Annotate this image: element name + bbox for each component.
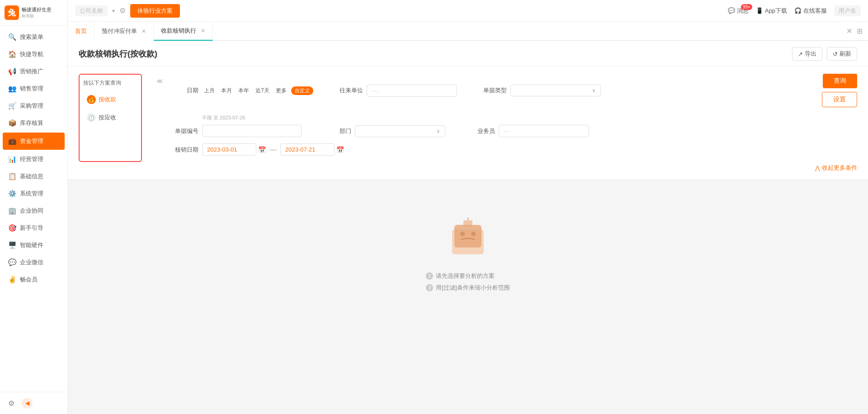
search-icon: 🔍 [8, 33, 16, 41]
bill-type-arrow: ∨ [592, 87, 596, 94]
empty-illustration [445, 216, 491, 261]
date-range-sep: — [269, 146, 277, 154]
staff-select[interactable]: ··· [499, 125, 589, 137]
counterpart-select[interactable]: ··· [367, 85, 457, 97]
date-shortcut-lastmonth[interactable]: 上月 [202, 86, 217, 95]
tab-prepay-close[interactable]: ✕ [142, 28, 146, 34]
sidebar-item-purchase[interactable]: 🛒 采购管理 [0, 97, 67, 114]
date-hint: 不限 至 2023-07-26 [202, 114, 245, 121]
date-shortcut-thismonth[interactable]: 本月 [219, 86, 234, 95]
tip-num-1: 1 [426, 272, 433, 280]
staff-field: 业务员 ··· [463, 125, 857, 137]
sidebar-item-inventory[interactable]: 📦 库存核算 [0, 114, 67, 132]
verify-date-end-input: 📅 [280, 143, 344, 156]
sidebar-gear-button[interactable]: ⚙ [8, 399, 14, 408]
tab-receipt[interactable]: 收款核销执行 ✕ [154, 22, 213, 41]
purchase-icon: 🛒 [8, 102, 16, 110]
staff-dots: ··· [504, 128, 511, 134]
sidebar-item-search[interactable]: 🔍 搜索菜单 [0, 29, 67, 46]
tip-num-2: 2 [426, 284, 433, 291]
query-button[interactable]: 查询 [823, 74, 857, 88]
topbar-dropdown-icon[interactable]: ▾ [112, 8, 115, 14]
sidebar-item-basic[interactable]: 📋 基础信息 [0, 168, 67, 185]
tab-prepay[interactable]: 预付冲应付单 ✕ [94, 22, 154, 41]
sidebar-item-quicknav[interactable]: 🏠 快捷导航 [0, 46, 67, 63]
tab-home[interactable]: 首页 [68, 22, 94, 41]
sidebar-item-hardware[interactable]: 🖥️ 智能硬件 [0, 237, 67, 254]
calendar-end-icon[interactable]: 📅 [336, 146, 344, 153]
bill-type-select[interactable]: ∨ [510, 85, 601, 96]
filter-row-3: 核销日期 📅 — 📅 [167, 143, 857, 156]
online-service-button[interactable]: 🎧 在线客服 [794, 7, 827, 15]
collapse-more-row: ⋀ 收起更多条件 [68, 162, 868, 180]
counterpart-dots: ··· [372, 87, 379, 94]
topbar-left: 公司名称 ▾ ⚙ 休验行业方案 [75, 4, 180, 18]
filter-body: 按以下方案查询 💰 按收款 🕐 按应收 ≪ [68, 67, 868, 162]
filter-row-1: 日期 上月 本月 本年 近7天 更多 自定义 往来单位 [167, 74, 857, 107]
empty-state: 1 请先选择要分析的方案 2 用[过滤]条件来缩小分析范围 [68, 180, 868, 330]
page-header: 收款核销执行(按收款) ↗ 导出 ↺ 刷新 [68, 41, 868, 67]
dept-field: 部门 ∨ [320, 125, 445, 137]
company-name: 公司名称 [75, 5, 108, 16]
tip-item-2: 2 用[过滤]条件来缩小分析范围 [426, 282, 509, 294]
verify-end-field[interactable] [280, 143, 335, 156]
date-shortcuts: 上月 本月 本年 近7天 更多 自定义 [202, 86, 313, 95]
filter-sidebar-collapse-icon[interactable]: ≪ [153, 76, 167, 86]
sidebar-item-wechat[interactable]: 💬 企业微信 [0, 254, 67, 271]
tab-receipt-close[interactable]: ✕ [201, 28, 205, 34]
verify-date-field: 核销日期 📅 — 📅 [167, 143, 857, 156]
staff-label: 业务员 [463, 127, 495, 135]
date-field: 日期 上月 本月 本年 近7天 更多 自定义 [167, 86, 313, 95]
verify-date-range: 📅 — 📅 [202, 143, 344, 156]
dept-select[interactable]: ∨ [355, 125, 445, 137]
filter-section: 按以下方案查询 💰 按收款 🕐 按应收 ≪ [68, 67, 868, 180]
receipt-option-icon: 💰 [87, 95, 96, 104]
bill-no-input[interactable] [202, 125, 302, 137]
settings-button[interactable]: 设置 [822, 92, 857, 107]
svg-rect-1 [454, 225, 481, 247]
tab-expand-icon[interactable]: ⊞ [857, 27, 863, 35]
message-button[interactable]: 💬 消息 99+ [728, 7, 749, 15]
sidebar-item-guide[interactable]: 🎯 新手引导 [0, 219, 67, 237]
date-shortcut-more[interactable]: 更多 [274, 86, 288, 95]
system-icon: ⚙️ [8, 190, 16, 198]
bill-no-label: 单据编号 [167, 127, 198, 135]
date-shortcut-custom[interactable]: 自定义 [291, 86, 313, 95]
export-button[interactable]: ↗ 导出 [792, 47, 822, 61]
date-shortcut-7days[interactable]: 近7天 [254, 86, 271, 95]
sidebar-item-sales[interactable]: 👥 销售管理 [0, 80, 67, 97]
page-title: 收款核销执行(按收款) [79, 48, 157, 65]
sidebar-item-enterprise[interactable]: 🏢 企业协同 [0, 202, 67, 219]
topbar-gear-icon[interactable]: ⚙ [119, 6, 126, 15]
filter-option-by-receipt[interactable]: 💰 按收款 [83, 91, 137, 108]
headset-icon: 🎧 [794, 7, 802, 14]
dept-label: 部门 [320, 127, 351, 135]
calendar-start-icon[interactable]: 📅 [258, 146, 266, 153]
date-label: 日期 [167, 86, 198, 95]
app-download-button[interactable]: 📱 App下载 [756, 7, 787, 15]
hardware-icon: 🖥️ [8, 241, 16, 249]
tip-item-1: 1 请先选择要分析的方案 [426, 270, 509, 282]
empty-tip: 1 请先选择要分析的方案 2 用[过滤]条件来缩小分析范围 [426, 270, 509, 294]
filter-sidebar: 按以下方案查询 💰 按收款 🕐 按应收 [79, 74, 142, 162]
industry-button[interactable]: 休验行业方案 [130, 4, 180, 18]
date-shortcut-thisyear[interactable]: 本年 [236, 86, 251, 95]
filter-option-by-receivable[interactable]: 🕐 按应收 [83, 109, 137, 126]
collapse-more-button[interactable]: ⋀ 收起更多条件 [815, 164, 857, 172]
home-icon: 🏠 [8, 50, 16, 58]
verify-start-field[interactable] [202, 143, 256, 156]
counterpart-label: 往来单位 [331, 86, 363, 95]
sidebar-collapse-button[interactable]: ◀ [22, 398, 33, 409]
tab-close-all-icon[interactable]: ✕ [846, 27, 852, 35]
enterprise-icon: 🏢 [8, 207, 16, 215]
marketing-icon: 📢 [8, 67, 16, 76]
sidebar-item-member[interactable]: ✌️ 畅会员 [0, 271, 67, 288]
verify-date-label: 核销日期 [167, 146, 198, 154]
sidebar-item-system[interactable]: ⚙️ 系统管理 [0, 185, 67, 202]
refresh-button[interactable]: ↺ 刷新 [827, 47, 857, 61]
sidebar-item-operation[interactable]: 📊 经营管理 [0, 151, 67, 168]
export-icon: ↗ [798, 51, 803, 57]
sidebar-item-finance[interactable]: 💼 资金管理 [3, 133, 65, 150]
dept-arrow: ∨ [436, 128, 440, 134]
sidebar-item-marketing[interactable]: 📢 营销推广 [0, 63, 67, 80]
